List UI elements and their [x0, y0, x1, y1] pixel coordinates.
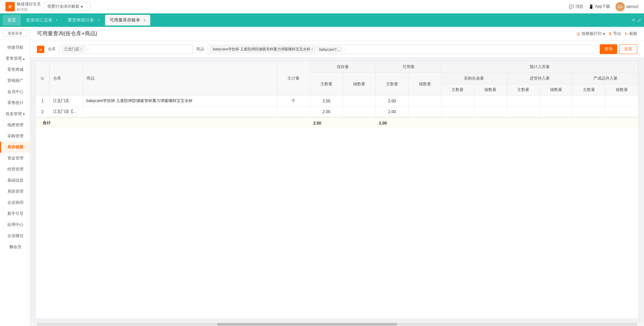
summary-label: 合计: [36, 117, 310, 129]
user-menu[interactable]: Ea demo2: [615, 2, 639, 11]
sidebar-item-basic-info[interactable]: 基础信息: [0, 175, 30, 186]
sidebar-item-operation[interactable]: 经营管理: [0, 164, 30, 175]
tab-order-stats[interactable]: 要货单统计表 ×: [63, 15, 104, 26]
sidebar-item-retail-mall[interactable]: 零售商城: [0, 64, 30, 75]
warehouse-more[interactable]: ···: [86, 47, 89, 52]
download-icon: 📱: [589, 4, 594, 9]
top-bar-left: 好 畅捷通好生意 标准版 母婴行业演示账套: [5, 1, 91, 12]
top-bar: 好 畅捷通好生意 标准版 母婴行业演示账套 💬 消息 📱 App下载 Ea de…: [0, 0, 644, 13]
table-container: ⚙ 仓库 商品 主计量 现存量 可用量 预计入库量 主数量 辅数量 主数量 辅数…: [36, 61, 639, 319]
summary-avail-main: 2.00: [376, 117, 409, 129]
th-purchase-main: 主数量: [441, 84, 474, 96]
tab-available-stock[interactable]: 可用量库存账本 ×: [105, 15, 150, 26]
cell-incoming-main: [507, 96, 540, 106]
refresh-btn[interactable]: ↻ 刷新: [625, 31, 637, 37]
print-btn[interactable]: 🖨 按模板打印: [576, 31, 605, 37]
column-settings-icon[interactable]: ⚙: [40, 76, 45, 81]
scrollbar-area: [30, 322, 644, 326]
tab-close-receive[interactable]: ×: [56, 18, 58, 22]
scrollbar-thumb[interactable]: [217, 323, 397, 326]
table-row: 2 江北门店【... 2.00 2.00: [36, 106, 638, 118]
sidebar-item-enterprise[interactable]: 企业协同: [0, 197, 30, 208]
main-content: 可用量查询(按仓库+商品) 🖨 按模板打印 ⬆ 导出 ↻ 刷新 »: [30, 27, 644, 326]
message-icon: 💬: [569, 4, 574, 9]
sidebar-item-newbie[interactable]: 新手引导: [0, 208, 30, 219]
th-group-stock: 现存量: [310, 61, 376, 73]
sidebar-search: [0, 27, 30, 40]
sidebar-item-inventory[interactable]: 库存核算: [0, 142, 30, 153]
cell-warehouse: 江北门店【...: [49, 106, 83, 118]
th-incoming-main: 主数量: [507, 84, 540, 96]
th-product: 商品: [83, 61, 277, 96]
search-input[interactable]: [3, 30, 27, 37]
template-badge: 标准版: [17, 7, 41, 12]
expand-filter-btn[interactable]: »: [37, 46, 44, 53]
sidebar-item-system[interactable]: 系统管理: [0, 186, 30, 197]
sidebar-nav: 快捷导航 零售管理 ▲ 零售商城 营销推广 会员中心 零售统计 批发管理 ▼ 电…: [0, 40, 30, 254]
sidebar-item-member[interactable]: 会员中心: [0, 86, 30, 97]
tab-close-order[interactable]: ×: [97, 18, 99, 22]
cell-warehouse: 江北门店: [49, 96, 83, 106]
sidebar-item-marketing[interactable]: 营销推广: [0, 75, 30, 86]
main-layout: 快捷导航 零售管理 ▲ 零售商城 营销推广 会员中心 零售统计 批发管理 ▼ 电…: [0, 27, 644, 326]
print-chevron-icon: [603, 32, 605, 36]
app-download-btn[interactable]: 📱 App下载: [589, 4, 610, 9]
warehouse-filter[interactable]: 江北门店 × ···: [59, 45, 193, 54]
cell-purchase-aux: [474, 106, 507, 118]
cell-avail-aux: [409, 106, 441, 118]
sidebar-item-retail-mgmt[interactable]: 零售管理 ▲: [0, 53, 30, 64]
product-filter[interactable]: babycare学饮杯 儿童防摔防撞吸管杯重力球吸嘴杯宝宝水杯 × babyca…: [208, 45, 597, 54]
cell-stock-main: 2.00: [310, 106, 343, 118]
industry-selector[interactable]: 母婴行业演示账套: [44, 2, 91, 11]
cell-purchase-main: [441, 106, 474, 118]
product-tag-1-remove[interactable]: ×: [311, 47, 313, 51]
data-table: ⚙ 仓库 商品 主计量 现存量 可用量 预计入库量 主数量 辅数量 主数量 辅数…: [36, 61, 638, 129]
cell-product-main: [573, 96, 605, 106]
print-icon: 🖨: [576, 32, 580, 36]
sidebar-item-quick-nav[interactable]: 快捷导航: [0, 42, 30, 53]
logo-icon: 好: [5, 2, 15, 11]
sidebar-item-vip[interactable]: 畅会员: [0, 241, 30, 252]
export-btn[interactable]: ⬆ 导出: [608, 31, 621, 37]
th-group-product-pending: 产成品待入量: [573, 73, 638, 84]
product-more[interactable]: ···: [343, 47, 346, 52]
tab-home[interactable]: 首页: [3, 15, 21, 26]
message-btn[interactable]: 💬 消息: [569, 4, 583, 9]
th-group-purchase-transit: 采购在途量: [441, 73, 507, 84]
scrollbar-track: [37, 323, 637, 326]
cell-product: [83, 106, 277, 118]
page-title: 可用量查询(按仓库+商品): [37, 30, 97, 37]
th-product-aux: 辅数量: [605, 84, 638, 96]
tab-receive-summary[interactable]: 收发存汇总表 ×: [21, 15, 62, 26]
cell-incoming-aux: [540, 106, 573, 118]
query-btn[interactable]: 查询: [600, 44, 617, 54]
top-bar-right: 💬 消息 📱 App下载 Ea demo2: [569, 2, 639, 11]
close-all-btn[interactable]: ×: [632, 17, 635, 24]
fullscreen-btn[interactable]: ⤢: [637, 17, 641, 24]
cell-avail-main: 2.00: [376, 106, 409, 118]
sidebar-item-ecommerce[interactable]: 电商管理: [0, 120, 30, 131]
cell-product-aux: [605, 96, 638, 106]
cell-index: 2: [36, 106, 49, 118]
sidebar-item-wholesale-mgmt[interactable]: 批发管理 ▼: [0, 108, 30, 120]
sidebar-item-app-center[interactable]: 应用中心: [0, 219, 30, 230]
logo-area: 好 畅捷通好生意 标准版: [5, 1, 41, 12]
sidebar-item-retail-stats[interactable]: 零售统计: [0, 97, 30, 108]
tab-close-available[interactable]: ×: [144, 18, 146, 22]
cell-purchase-aux: [474, 96, 507, 106]
logo-text: 畅捷通好生意: [17, 1, 41, 7]
filter-bar: » 仓库 江北门店 × ··· 商品 babycare学饮杯 儿童防摔防撞吸管杯…: [30, 41, 644, 58]
th-group-incoming: 预计入库量: [441, 61, 638, 73]
refresh-icon: ↻: [625, 32, 628, 36]
chevron-down-icon: ▲: [22, 57, 25, 60]
settings-btn[interactable]: 设置: [619, 44, 637, 54]
summary-stock-main: 2.00: [310, 117, 343, 129]
product-label: 商品: [196, 46, 204, 52]
warehouse-tag-remove[interactable]: ×: [80, 47, 82, 51]
sidebar-item-finance[interactable]: 资金管理: [0, 153, 30, 164]
summary-row: 合计 2.00 2.00: [36, 117, 638, 129]
sidebar-item-wechat-biz[interactable]: 企业微信: [0, 230, 30, 241]
cell-unit: [277, 106, 310, 118]
cell-incoming-aux: [540, 96, 573, 106]
sidebar-item-purchase[interactable]: 采购管理: [0, 131, 30, 142]
